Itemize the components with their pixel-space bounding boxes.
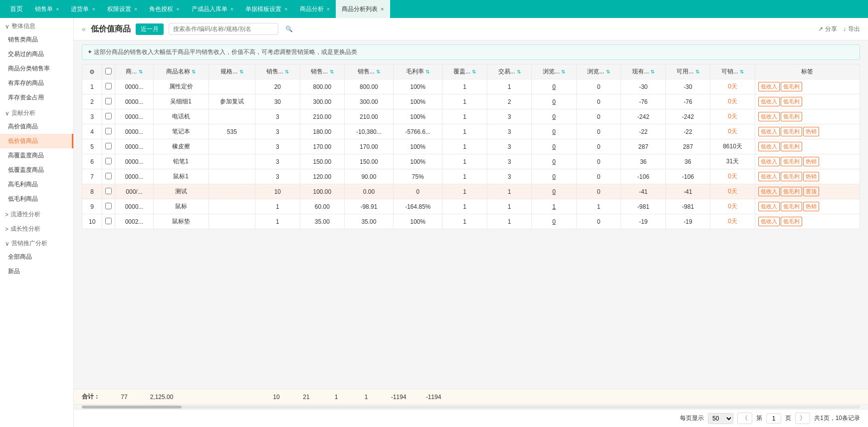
per-page-select[interactable]: 50 100 200 <box>708 413 733 424</box>
sales-profit-col-header[interactable]: 销售... ⇅ <box>345 64 394 79</box>
share-btn[interactable]: ↗ 分享 <box>818 25 837 33</box>
sidebar-collapse-btn[interactable]: « <box>82 25 86 33</box>
trade-col-header[interactable]: 交易... ⇅ <box>487 64 531 79</box>
nav-template-settings[interactable]: 单据模板设置 × <box>239 0 293 18</box>
margin-col-header[interactable]: 毛利率 ⇅ <box>393 64 442 79</box>
row-checkbox[interactable] <box>105 143 112 149</box>
nav-product-analysis[interactable]: 商品分析 × <box>294 0 336 18</box>
scrollbar-track[interactable] <box>82 406 860 409</box>
row-browse1[interactable]: 0 <box>532 79 576 94</box>
sidebar-item-high-coverage[interactable]: 高覆盖度商品 <box>0 148 73 163</box>
sidebar-item-stock-capital[interactable]: 库存资金占用 <box>0 90 73 105</box>
sidebar-group-overall[interactable]: ∨ 整体信息 <box>0 18 73 32</box>
nav-purchase[interactable]: 进货单 × <box>65 0 101 18</box>
sidebar-item-stock-products[interactable]: 有库存的商品 <box>0 76 73 90</box>
row-checkbox[interactable] <box>105 203 112 209</box>
next-page-btn[interactable]: 〉 <box>795 413 810 424</box>
sales-qty-col-header[interactable]: 销售... ⇅ <box>255 64 300 79</box>
close-purchase[interactable]: × <box>92 6 95 12</box>
row-checkbox[interactable] <box>105 113 112 119</box>
row-checkbox[interactable] <box>105 158 112 164</box>
row-browse1[interactable]: 0 <box>532 154 576 169</box>
name-col-header[interactable]: 商品名称 ⇅ <box>153 64 209 79</box>
export-btn[interactable]: ↓ 导出 <box>843 25 860 33</box>
available-col-header[interactable]: 可用... ⇅ <box>665 64 710 79</box>
row-checkbox[interactable] <box>105 218 112 224</box>
nav-product-analysis-list[interactable]: 商品分析列表 × <box>336 0 390 18</box>
page-number-input[interactable] <box>766 414 781 424</box>
row-name[interactable]: 鼠标垫 <box>153 214 209 229</box>
row-checkbox[interactable] <box>105 98 112 104</box>
chevron-down-icon-2: ∨ <box>5 110 9 117</box>
nav-role-auth[interactable]: 角色授权 × <box>143 0 185 18</box>
sellable-col-header[interactable]: 可销... ⇅ <box>710 64 755 79</box>
row-browse1[interactable]: 0 <box>532 184 576 199</box>
row-checkbox[interactable] <box>105 173 112 179</box>
nav-permission[interactable]: 权限设置 × <box>101 0 143 18</box>
checkbox-col-header[interactable] <box>102 64 115 79</box>
sidebar-item-category-rate[interactable]: 商品分类销售率 <box>0 61 73 76</box>
row-name[interactable]: 吴细细1 <box>153 94 209 109</box>
browse1-col-header[interactable]: 浏览... ⇅ <box>532 64 576 79</box>
row-browse1[interactable]: 0 <box>532 124 576 139</box>
browse2-col-header[interactable]: 浏览... ⇅ <box>576 64 621 79</box>
sidebar-item-sales-products[interactable]: 销售类商品 <box>0 32 73 47</box>
row-name[interactable]: 橡皮擦 <box>153 139 209 154</box>
row-browse1[interactable]: 0 <box>532 214 576 229</box>
sidebar-group-marketing[interactable]: ∨ 营销推广分析 <box>0 235 73 250</box>
close-product-analysis[interactable]: × <box>327 6 330 12</box>
row-name[interactable]: 鼠标 <box>153 199 209 214</box>
time-filter-btn[interactable]: 近一月 <box>136 23 164 35</box>
row-browse1[interactable]: 0 <box>532 139 576 154</box>
sidebar-item-high-margin[interactable]: 高毛利商品 <box>0 177 73 192</box>
search-icon[interactable]: 🔍 <box>285 25 293 32</box>
search-input[interactable] <box>169 23 278 35</box>
settings-col-header[interactable]: ⚙ <box>82 64 102 79</box>
row-margin: 100% <box>393 79 442 94</box>
sidebar-item-high-value[interactable]: 高价值商品 <box>0 119 73 134</box>
select-all-checkbox[interactable] <box>105 68 112 74</box>
row-name[interactable]: 铅笔1 <box>153 154 209 169</box>
sidebar-item-low-coverage[interactable]: 低覆盖度商品 <box>0 163 73 177</box>
scrollbar-thumb[interactable] <box>82 406 182 409</box>
row-name[interactable]: 属性定价 <box>153 79 209 94</box>
row-browse1[interactable]: 1 <box>532 199 576 214</box>
current-stock-col-header[interactable]: 现有... ⇅ <box>621 64 665 79</box>
row-checkbox[interactable] <box>105 128 112 134</box>
nav-product-warehouse[interactable]: 产成品入库单 × <box>186 0 239 18</box>
close-template[interactable]: × <box>284 6 287 12</box>
row-checkbox[interactable] <box>105 188 112 194</box>
sidebar-item-new-products[interactable]: 新品 <box>0 264 73 279</box>
sidebar-item-low-value[interactable]: 低价值商品 <box>0 134 73 148</box>
close-product-analysis-list[interactable]: × <box>381 6 384 12</box>
row-checkbox[interactable] <box>105 83 112 89</box>
table-area[interactable]: ⚙ 商... ⇅ 商品名称 ⇅ 规格... ⇅ 销售... ⇅ 销售... ⇅ … <box>74 64 868 389</box>
row-browse1[interactable]: 0 <box>532 169 576 184</box>
horizontal-scrollbar[interactable] <box>74 404 868 409</box>
close-sales-order[interactable]: × <box>56 6 59 12</box>
sidebar-item-traded-products[interactable]: 交易过的商品 <box>0 47 73 61</box>
close-role-auth[interactable]: × <box>176 6 179 12</box>
sidebar-group-contribution[interactable]: ∨ 贡献分析 <box>0 105 73 119</box>
prev-page-btn[interactable]: 〈 <box>737 413 752 424</box>
close-product-warehouse[interactable]: × <box>230 6 233 12</box>
row-browse1[interactable]: 0 <box>532 109 576 124</box>
code-col-header[interactable]: 商... ⇅ <box>115 64 153 79</box>
nav-home[interactable]: 首页 <box>4 0 29 18</box>
row-name[interactable]: 电话机 <box>153 109 209 124</box>
row-name[interactable]: 鼠标1 <box>153 169 209 184</box>
spec-col-header[interactable]: 规格... ⇅ <box>209 64 255 79</box>
sidebar-group-circulation[interactable]: > 流通性分析 <box>0 206 73 221</box>
nav-sales-order[interactable]: 销售单 × <box>29 0 65 18</box>
sidebar-item-low-margin[interactable]: 低毛利商品 <box>0 192 73 206</box>
table-row: 90000...鼠标160.00-98.91-164.85%1111-981-9… <box>82 199 860 214</box>
coverage-col-header[interactable]: 覆盖... ⇅ <box>442 64 487 79</box>
sidebar-group-growth[interactable]: > 成长性分析 <box>0 221 73 235</box>
sidebar-item-all-products[interactable]: 全部商品 <box>0 250 73 264</box>
row-name[interactable]: 笔记本 <box>153 124 209 139</box>
close-permission[interactable]: × <box>134 6 137 12</box>
sales-price-col-header[interactable]: 销售... ⇅ <box>300 64 344 79</box>
row-browse1[interactable]: 0 <box>532 94 576 109</box>
chevron-right-icon-2: > <box>5 226 8 233</box>
row-name[interactable]: 测试 <box>153 184 209 199</box>
